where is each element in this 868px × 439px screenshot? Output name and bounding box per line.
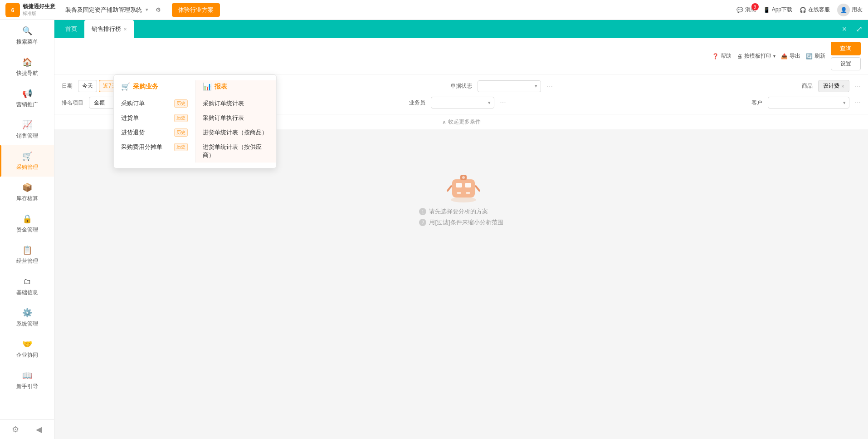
main-layout: 🔍 搜索菜单 🏠 快捷导航 📢 营销推广 📈 销售管理 🛒 采购管理 📦 库存核… — [0, 20, 868, 439]
date-label: 日期 — [62, 82, 73, 90]
sidebar-item-enterprise[interactable]: 🤝 企业协同 — [0, 333, 54, 365]
goods-dots[interactable]: ··· — [855, 82, 861, 90]
system-title-area: 装备及固定资产辅助管理系统 ▾ ⚙ 体验行业方案 — [60, 3, 736, 17]
bill-status-select[interactable] — [478, 80, 541, 92]
goods-tag[interactable]: 设计费 × — [818, 80, 849, 92]
salesman-dots[interactable]: ··· — [500, 99, 506, 107]
sidebar-label-newbie: 新手引导 — [16, 383, 38, 390]
newbie-icon: 📖 — [22, 370, 33, 381]
print-arrow-icon: ▾ — [773, 54, 775, 59]
empty-text-line2: 2 用[过滤]条件来缩小分析范围 — [419, 218, 503, 227]
tab-close-icon[interactable]: × — [124, 26, 127, 32]
header-right: 💬 消息 9 📱 App下载 🎧 在线客服 👤 用友 — [736, 4, 863, 16]
goods-tag-remove[interactable]: × — [841, 84, 844, 89]
tab-close-window-icon[interactable]: × — [839, 24, 850, 35]
settings-icon[interactable]: ⚙ — [152, 4, 165, 16]
export-label: 导出 — [790, 52, 800, 60]
svg-line-11 — [476, 186, 479, 191]
dropdown-col-reports-title: 📊 报表 — [203, 80, 269, 96]
enterprise-icon: 🤝 — [22, 339, 33, 350]
sidebar-label-enterprise: 企业协同 — [16, 351, 38, 359]
logo-icon: 6 — [5, 3, 20, 17]
search-icon: 🔍 — [22, 25, 33, 36]
svg-point-9 — [462, 176, 465, 179]
dropdown-col-reports: 📊 报表 采购订单统计表 采购订单执行表 进货单统计表（按商品） — [195, 80, 277, 163]
svg-rect-5 — [465, 183, 471, 187]
date-today-btn[interactable]: 今天 — [78, 80, 97, 92]
query-button[interactable]: 查询 — [831, 42, 861, 55]
print-label: 按模板打印 — [744, 52, 771, 60]
app-download-action[interactable]: 📱 App下载 — [763, 6, 792, 14]
notification-action[interactable]: 💬 消息 9 — [736, 6, 756, 14]
set-button[interactable]: 设置 — [831, 57, 861, 70]
sidebar-item-operation[interactable]: 📋 经营管理 — [0, 239, 54, 271]
sidebar-item-search[interactable]: 🔍 搜索菜单 — [0, 20, 54, 51]
sidebar-item-newbie[interactable]: 📖 新手引导 — [0, 365, 54, 396]
cost-history-badge: 历史 — [174, 143, 188, 151]
notification-badge: 9 — [751, 3, 759, 10]
logo-sub-text: 标准版 — [23, 10, 55, 17]
user-action[interactable]: 👤 用友 — [837, 4, 863, 16]
sidebar-item-system[interactable]: ⚙️ 系统管理 — [0, 302, 54, 333]
goods-label: 商品 — [802, 82, 813, 90]
dropdown-item-return[interactable]: 进货退货 历史 — [121, 125, 188, 140]
sidebar-label-finance: 资金管理 — [16, 226, 38, 234]
sidebar-item-sales[interactable]: 📈 销售管理 — [0, 114, 54, 145]
receipt-history-badge: 历史 — [174, 114, 188, 122]
customer-dots[interactable]: ··· — [855, 99, 861, 107]
po-label: 采购订单 — [121, 99, 145, 108]
sidebar-item-finance[interactable]: 🔒 资金管理 — [0, 208, 54, 239]
sales-icon: 📈 — [22, 119, 33, 130]
collapse-sidebar-icon[interactable]: ◀ — [36, 424, 42, 434]
online-service-action[interactable]: 🎧 在线客服 — [800, 6, 830, 14]
system-title: 装备及固定资产辅助管理系统 — [65, 6, 142, 14]
customer-select-wrap — [768, 97, 849, 109]
logo-area: 6 畅捷通好生意 标准版 — [5, 3, 60, 17]
settings-bottom-icon[interactable]: ⚙ — [12, 424, 19, 434]
trial-button[interactable]: 体验行业方案 — [172, 3, 220, 17]
tab-home[interactable]: 首页 — [58, 20, 84, 38]
dropdown-item-po[interactable]: 采购订单 历史 — [121, 96, 188, 111]
sidebar-label-quicknav: 快捷导航 — [16, 69, 38, 77]
dropdown-item-receipt-stats-supplier[interactable]: 进货单统计表（按供应商） — [203, 140, 269, 163]
export-button[interactable]: 📤 导出 — [781, 52, 800, 60]
sidebar-label-sales: 销售管理 — [16, 132, 38, 140]
dropdown-item-cost[interactable]: 采购费用分摊单 历史 — [121, 140, 188, 154]
po-history-badge: 历史 — [174, 99, 188, 108]
dropdown-item-po-exec[interactable]: 采购订单执行表 — [203, 111, 269, 125]
empty-text-step1: 请先选择要分析的方案 — [429, 207, 488, 216]
marketing-icon: 📢 — [22, 88, 33, 99]
goods-tag-text: 设计费 — [823, 82, 839, 90]
customer-select[interactable] — [768, 97, 849, 109]
print-button[interactable]: 🖨 按模板打印 ▾ — [737, 52, 775, 60]
dropdown-item-receipt[interactable]: 进货单 历史 — [121, 111, 188, 125]
sidebar-item-basic[interactable]: 🗂 基础信息 — [0, 271, 54, 302]
sidebar-item-purchase[interactable]: 🛒 采购管理 — [0, 145, 54, 177]
tab-expand-icon[interactable]: ⤢ — [853, 24, 864, 35]
sidebar-label-inventory: 库存核算 — [16, 195, 38, 202]
bill-status-dots[interactable]: ··· — [546, 82, 552, 90]
sidebar-item-inventory[interactable]: 📦 库存核算 — [0, 177, 54, 208]
po-exec-label: 采购订单执行表 — [203, 114, 244, 122]
notification-icon: 💬 — [736, 7, 743, 13]
salesman-select-wrap — [431, 97, 494, 109]
reports-col-icon: 📊 — [203, 82, 212, 91]
dropdown-item-receipt-stats-goods[interactable]: 进货单统计表（按商品） — [203, 125, 269, 140]
tab-sales-rank[interactable]: 销售排行榜 × — [84, 20, 134, 38]
sidebar-item-marketing[interactable]: 📢 营销推广 — [0, 83, 54, 114]
sidebar-item-quicknav[interactable]: 🏠 快捷导航 — [0, 51, 54, 83]
refresh-button[interactable]: 🔄 刷新 — [806, 52, 825, 60]
dropdown-arrow-icon[interactable]: ▾ — [146, 7, 148, 13]
purchase-col-icon: 🛒 — [121, 82, 130, 91]
dropdown-col-purchase-title: 🛒 采购业务 — [121, 80, 188, 96]
dropdown-item-po-stats[interactable]: 采购订单统计表 — [203, 96, 269, 111]
refresh-label: 刷新 — [814, 52, 825, 60]
help-button[interactable]: ❓ 帮助 — [712, 52, 731, 60]
empty-illustration — [443, 166, 479, 202]
toolbar-row: ❓ 帮助 🖨 按模板打印 ▾ 📤 导出 🔄 刷新 查询 — [54, 38, 868, 74]
help-icon: ❓ — [712, 53, 719, 59]
salesman-select[interactable] — [431, 97, 494, 109]
tab-sales-rank-label: 销售排行榜 — [92, 25, 121, 33]
customer-label: 客户 — [751, 99, 762, 107]
tab-right-actions: × ⤢ — [839, 24, 864, 35]
